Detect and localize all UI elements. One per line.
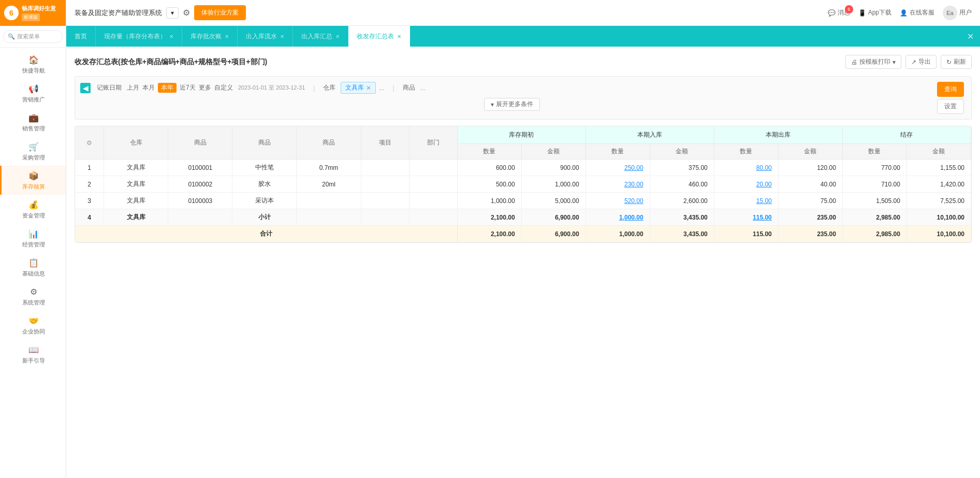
tab-close-icon[interactable]: ✕: [169, 34, 173, 39]
subtotal-bal-amt: 10,100.00: [906, 209, 971, 226]
sidebar-item-quicknav[interactable]: 🏠 快捷导航: [0, 50, 66, 79]
cell-bal-amt: 1,420.00: [906, 176, 971, 193]
shortcut-custom[interactable]: 自定义: [214, 83, 233, 92]
th-in-amt: 金额: [650, 144, 714, 160]
online-service-label: 在线客服: [910, 8, 934, 17]
th-balance-group: 结存: [842, 126, 971, 144]
tab-in-out-summary[interactable]: 出入库汇总 ✕: [293, 26, 348, 47]
subtotal-bal-qty: 2,985.00: [842, 209, 906, 226]
subtotal-out-qty[interactable]: 115.00: [714, 209, 778, 226]
query-button[interactable]: 查询: [937, 82, 964, 97]
sidebar-item-collab[interactable]: 🤝 企业协同: [0, 311, 66, 340]
cell-warehouse: 文具库: [104, 160, 168, 176]
cell-open-qty: 600.00: [457, 160, 521, 176]
settings-button[interactable]: 设置: [937, 99, 964, 114]
sidebar-item-label: 库存核算: [22, 183, 45, 191]
filter-toggle-button[interactable]: ◀: [80, 83, 91, 93]
cell-code: 0100001: [168, 160, 232, 176]
tab-close-icon[interactable]: ✕: [225, 34, 229, 39]
product-more-btn[interactable]: ...: [420, 84, 426, 92]
trial-button[interactable]: 体验行业方案: [194, 5, 246, 20]
tab-label: 出入库汇总: [301, 32, 332, 41]
cell-index: 1: [75, 160, 104, 176]
sidebar-item-finance[interactable]: 💰 资金管理: [0, 195, 66, 224]
th-project: 项目: [361, 126, 409, 160]
sidebar-item-label: 采购管理: [22, 154, 45, 162]
filter-main-row: ◀ 记账日期 上月 本月 本年 近7天 更多 自定义 2023-01-01: [80, 82, 964, 114]
cell-warehouse: 文具库: [104, 176, 168, 193]
sidebar-search-area[interactable]: 🔍 搜索菜单: [0, 26, 66, 48]
messages-badge: 6: [845, 5, 853, 13]
system-dropdown[interactable]: ▾: [166, 7, 179, 19]
tab-batch-ledger[interactable]: 库存批次账 ✕: [182, 26, 238, 47]
sidebar-item-label: 系统管理: [22, 299, 45, 307]
tab-inventory-dist[interactable]: 现存量（库存分布表） ✕: [96, 26, 182, 47]
cell-in-amt: 375.00: [650, 160, 714, 176]
data-table-container: ⚙ 仓库 商品 商品 商品 项目 部门 库存期初 本期入库 本期出库 结存: [75, 126, 972, 243]
cell-open-amt: 5,000.00: [521, 193, 586, 209]
logo-tag: 标准版: [22, 12, 56, 21]
tab-close-icon[interactable]: ✕: [335, 34, 340, 39]
sales-icon: 💼: [28, 113, 39, 123]
app-download-item[interactable]: 📱 App下载: [858, 8, 891, 17]
search-icon: 🔍: [8, 33, 15, 40]
tab-close-icon[interactable]: ✕: [397, 34, 401, 39]
shortcut-last-month[interactable]: 上月: [127, 83, 139, 92]
cell-warehouse: 文具库: [104, 193, 168, 209]
messages-item[interactable]: 💬 消息 6: [828, 8, 850, 17]
user-item[interactable]: Ea 用户: [943, 6, 972, 20]
th-out-group: 本期出库: [714, 126, 842, 144]
cell-in-qty[interactable]: 230.00: [586, 176, 650, 193]
refresh-button[interactable]: ↻ 刷新: [941, 55, 972, 69]
expand-more-button[interactable]: ▾ 展开更多条件: [484, 98, 540, 111]
cell-out-qty[interactable]: 20.00: [714, 176, 778, 193]
sidebar-item-sales[interactable]: 💼 销售管理: [0, 108, 66, 137]
tab-home[interactable]: 首页: [66, 26, 96, 47]
sidebar-item-basics[interactable]: 📋 基础信息: [0, 253, 66, 282]
shortcut-this-month[interactable]: 本月: [142, 83, 155, 92]
total-open-amt: 6,900.00: [521, 226, 586, 242]
th-out-qty: 数量: [714, 144, 778, 160]
cell-index: 3: [75, 193, 104, 209]
basics-icon: 📋: [28, 258, 39, 268]
user-avatar: Ea: [943, 6, 957, 20]
table-settings-icon[interactable]: ⚙: [86, 139, 92, 147]
cell-out-amt: 75.00: [778, 193, 842, 209]
sidebar-item-marketing[interactable]: 📢 营销推广: [0, 79, 66, 108]
tab-close-icon[interactable]: ✕: [280, 34, 284, 39]
warehouse-more-btn[interactable]: ...: [379, 84, 384, 92]
search-menu-button[interactable]: 🔍 搜索菜单: [3, 30, 63, 43]
cell-open-amt: 1,000.00: [521, 176, 586, 193]
sidebar-item-purchase[interactable]: 🛒 采购管理: [0, 137, 66, 166]
warehouse-tag-remove[interactable]: ✕: [366, 84, 371, 92]
export-button[interactable]: ↗ 导出: [905, 55, 937, 69]
subtotal-empty-spec: [297, 209, 361, 226]
online-service-item[interactable]: 👤 在线客服: [900, 8, 934, 17]
th-settings[interactable]: ⚙: [75, 126, 104, 160]
filter-area: ◀ 记账日期 上月 本月 本年 近7天 更多 自定义 2023-01-01: [75, 76, 972, 120]
sidebar-item-system[interactable]: ⚙ 系统管理: [0, 282, 66, 311]
shortcut-7days[interactable]: 近7天: [180, 83, 196, 92]
cell-out-qty[interactable]: 80.00: [714, 160, 778, 176]
print-button[interactable]: 🖨 按模板打印 ▾: [845, 55, 901, 69]
cell-in-qty[interactable]: 250.00: [586, 160, 650, 176]
inventory-icon: 📦: [28, 171, 39, 181]
tab-in-out-flow[interactable]: 出入库流水 ✕: [238, 26, 293, 47]
tab-bar-close-button[interactable]: ✕: [961, 32, 980, 41]
phone-icon: 📱: [858, 9, 866, 17]
subtotal-in-qty[interactable]: 1,000.00: [586, 209, 650, 226]
cell-out-qty[interactable]: 15.00: [714, 193, 778, 209]
cell-in-qty[interactable]: 520.00: [586, 193, 650, 209]
sidebar-item-guide[interactable]: 📖 新手引导: [0, 340, 66, 369]
sidebar-item-business[interactable]: 📊 经营管理: [0, 224, 66, 253]
sidebar-item-label: 经营管理: [22, 241, 45, 249]
settings-gear-button[interactable]: ⚙: [183, 8, 190, 18]
date-shortcuts: 上月 本月 本年 近7天 更多 自定义: [127, 83, 233, 93]
sidebar-item-inventory[interactable]: 📦 库存核算: [0, 166, 66, 195]
shortcut-more[interactable]: 更多: [199, 83, 211, 92]
tab-recv-send-summary[interactable]: 收发存汇总表 ✕: [348, 26, 410, 47]
filter-row-1: 记账日期 上月 本月 本年 近7天 更多 自定义 2023-01-01 至 20…: [97, 82, 927, 94]
total-in-amt: 3,435.00: [650, 226, 714, 242]
shortcut-this-year[interactable]: 本年: [158, 83, 177, 93]
cell-name: 中性笔: [232, 160, 297, 176]
